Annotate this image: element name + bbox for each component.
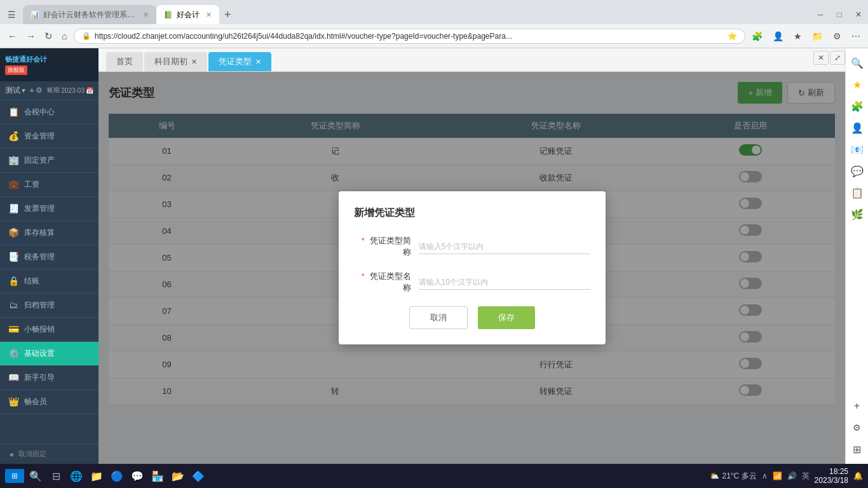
new-tab-button[interactable]: +: [219, 5, 236, 24]
sidebar-item-inventory[interactable]: 📦 库存核算: [0, 221, 98, 245]
tab1-close[interactable]: ✕: [143, 11, 149, 19]
tab-subject-close[interactable]: ✕: [191, 58, 197, 66]
task-view[interactable]: ⊟: [47, 467, 65, 485]
sidebar-item-archive[interactable]: 🗂 归档管理: [0, 294, 98, 318]
calendar-icon[interactable]: 📅: [86, 87, 93, 94]
sidebar-item-label: 新手引导: [24, 372, 55, 383]
short-label-text: 凭证类型简称: [370, 236, 411, 257]
close-window-button[interactable]: ✕: [849, 5, 868, 24]
tab-close-all[interactable]: ✕: [813, 51, 829, 65]
taskbar-arrow-up[interactable]: ∧: [762, 471, 768, 480]
right-profile-icon[interactable]: 👤: [848, 118, 867, 137]
sidebar-company[interactable]: 测试 ▼ + ⚙ 账期 2023-03 📅: [0, 81, 98, 100]
sidebar-item-guide[interactable]: 📖 新手引导: [0, 366, 98, 390]
weather-text: 21°C 多云: [722, 471, 756, 482]
fixed-icon: 🏢: [8, 155, 19, 165]
tab-subject[interactable]: 科目期初 ✕: [144, 52, 207, 71]
time-value: 18:25: [815, 467, 848, 476]
wechat-taskbar[interactable]: 💬: [128, 467, 146, 485]
wifi-icon: 📶: [773, 471, 782, 480]
notification-icon[interactable]: 🔔: [853, 471, 863, 480]
home-button[interactable]: ⌂: [59, 28, 70, 44]
tab-voucher-type[interactable]: 凭证类型 ✕: [208, 52, 271, 71]
browser-toolbar: 🧩 👤 ★ 📁 ⚙ ⋯: [749, 29, 863, 44]
sidebar-item-member[interactable]: 👑 畅会员: [0, 390, 98, 414]
search-taskbar[interactable]: 🔍: [27, 467, 44, 485]
right-settings-icon[interactable]: ⚙: [848, 418, 867, 437]
tab1-favicon: 📊: [31, 11, 39, 19]
folder-taskbar[interactable]: 📂: [169, 467, 187, 485]
browser-tab-2[interactable]: 📗 好会计 ✕: [156, 5, 219, 24]
right-add-icon[interactable]: +: [848, 396, 867, 416]
window-controls: ─ □ ✕: [811, 5, 868, 24]
url-star[interactable]: ⭐: [728, 32, 737, 41]
sidebar-item-label: 发票管理: [24, 203, 55, 214]
file-explorer-taskbar[interactable]: 📁: [88, 467, 105, 485]
invoice-icon: 🧾: [8, 203, 19, 214]
minimize-button[interactable]: ─: [811, 5, 830, 24]
tab-expand[interactable]: ⤢: [830, 51, 845, 65]
tax-icon: 📑: [8, 252, 19, 262]
url-bar[interactable]: 🔒 https://cloud2.chanjet.com/accounting/…: [74, 29, 745, 44]
sidebar-badge: 旗舰版: [5, 65, 27, 75]
sidebar-item-closing[interactable]: 🔒 结账: [0, 269, 98, 294]
sidebar-item-fixed[interactable]: 🏢 固定资产: [0, 149, 98, 173]
sidebar-logo: 畅捷通好会计 旗舰版: [5, 55, 47, 74]
tab-home-label: 首页: [116, 56, 133, 67]
right-star-icon[interactable]: ★: [848, 75, 867, 94]
sidebar-item-capital[interactable]: 💰 资金管理: [0, 125, 98, 149]
forward-button[interactable]: →: [24, 28, 38, 44]
back-button[interactable]: ←: [5, 28, 20, 44]
right-office-icon[interactable]: 📋: [848, 183, 867, 202]
settings-small-icon[interactable]: ⚙: [36, 86, 43, 95]
right-extension-icon[interactable]: 🧩: [848, 97, 867, 116]
tab2-favicon: 📗: [164, 11, 173, 19]
chrome-taskbar[interactable]: 🔵: [108, 467, 126, 485]
sidebar-item-label: 小畅报销: [24, 324, 55, 335]
period-info: 账期 2023-03 📅: [47, 86, 93, 95]
start-button[interactable]: ⊞: [5, 469, 24, 483]
sidebar-item-label: 税务管理: [24, 252, 55, 262]
more-button[interactable]: ⋯: [849, 29, 863, 44]
sidebar-footer[interactable]: ◄ 取消固定: [0, 444, 98, 464]
tab-home[interactable]: 首页: [106, 52, 143, 71]
salary-icon: 💼: [8, 179, 19, 189]
app-wrapper: 畅捷通好会计 旗舰版 测试 ▼ + ⚙ 账期 2023-03 📅 📋 会税中心: [0, 48, 868, 464]
save-button[interactable]: 保存: [478, 306, 535, 329]
collections-button[interactable]: 📁: [810, 29, 825, 44]
sidebar-item-dashboard[interactable]: 📋 会税中心: [0, 100, 98, 125]
sidebar-item-expense[interactable]: 💳 小畅报销: [0, 318, 98, 342]
short-input[interactable]: [419, 239, 590, 254]
add-company-icon[interactable]: +: [29, 85, 34, 95]
right-teams-icon[interactable]: 💬: [848, 161, 867, 180]
add-voucher-modal: 新增凭证类型 * 凭证类型简称 * 凭证类型名称: [339, 191, 606, 344]
sidebar-item-settings[interactable]: ⚙️ 基础设置: [0, 342, 98, 366]
sidebar-item-invoice[interactable]: 🧾 发票管理: [0, 197, 98, 221]
right-search-icon[interactable]: 🔍: [848, 53, 867, 72]
sidebar-item-label: 畅会员: [24, 396, 47, 407]
edge-taskbar[interactable]: 🌐: [67, 467, 85, 485]
extensions-button[interactable]: 🧩: [749, 29, 765, 44]
inventory-icon: 📦: [8, 227, 19, 238]
profile-button[interactable]: 👤: [770, 29, 786, 44]
appstore-taskbar[interactable]: 🏪: [149, 467, 166, 485]
favorites-button[interactable]: ★: [791, 29, 804, 44]
maximize-button[interactable]: □: [830, 5, 849, 24]
tab2-close[interactable]: ✕: [206, 11, 212, 19]
form-row-short: * 凭证类型简称: [354, 235, 590, 258]
sidebar-item-salary[interactable]: 💼 工资: [0, 173, 98, 197]
edge2-taskbar[interactable]: 🔷: [189, 467, 207, 485]
cancel-button[interactable]: 取消: [409, 306, 468, 329]
refresh-button[interactable]: ↻: [42, 28, 55, 44]
sidebar-item-tax[interactable]: 📑 税务管理: [0, 245, 98, 269]
right-grid-icon[interactable]: ⊞: [848, 440, 867, 459]
tab-voucher-close[interactable]: ✕: [255, 58, 261, 66]
main-content: 首页 科目期初 ✕ 凭证类型 ✕ ✕ ⤢: [98, 48, 845, 464]
right-leaf-icon[interactable]: 🌿: [848, 205, 867, 224]
browser-settings[interactable]: ⚙: [831, 29, 844, 44]
sidebar-toggle[interactable]: ☰: [0, 5, 23, 24]
browser-tab-1[interactable]: 📊 好会计云财务软件管理系统_会计 ✕: [23, 5, 156, 24]
right-outlook-icon[interactable]: 📧: [848, 140, 867, 159]
name-input[interactable]: [419, 274, 590, 290]
sidebar-item-label: 工资: [24, 179, 39, 190]
